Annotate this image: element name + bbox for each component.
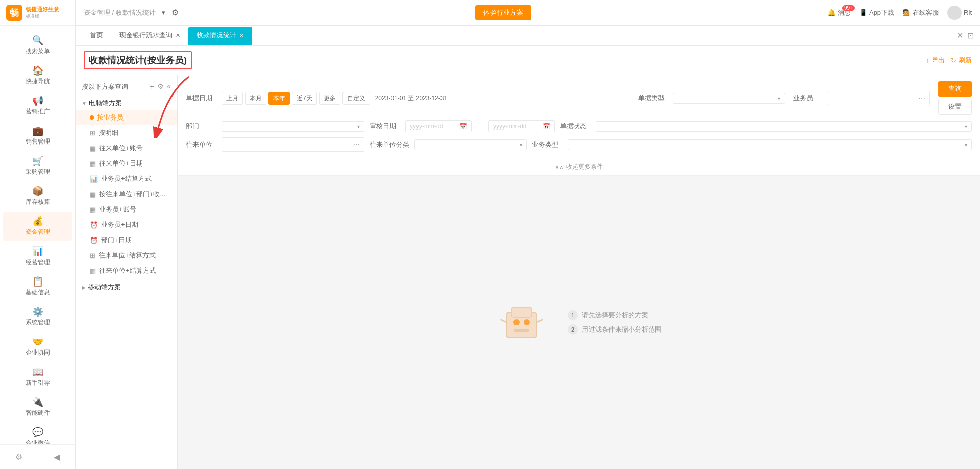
tab-bank-flow[interactable]: 现金银行流水查询 ✕ [111,27,188,45]
trial-button[interactable]: 体验行业方案 [475,5,531,20]
biz-type-select[interactable]: ▾ [568,139,972,150]
header: 资金管理 / 收款情况统计 ▾ ⚙ 体验行业方案 🔔 99+ 消息 📱 App下… [76,0,980,26]
window-close-btn[interactable]: ✕ [957,31,963,40]
scheme-item-dept-date[interactable]: ⏰ 部门+日期 [76,232,177,248]
marketing-icon: 📢 [32,95,43,106]
query-button[interactable]: 查询 [938,81,972,97]
date-btn-last-month[interactable]: 上月 [222,92,243,105]
scheme-item-salesman-account[interactable]: ▦ 业务员+账号 [76,202,177,217]
salesman-select[interactable]: ··· [828,91,930,105]
refresh-btn[interactable]: ↻ 刷新 [951,56,972,65]
sidebar-item-purchase[interactable]: 🛒 采购管理 [3,151,72,180]
doc-type-label: 单据类型 [638,93,669,103]
date-btn-custom[interactable]: 自定义 [342,92,370,105]
sidebar-item-wechat[interactable]: 💬 企业微信 [3,423,72,444]
header-settings-icon[interactable]: ⚙ [172,8,179,17]
tab-bank-flow-close[interactable]: ✕ [176,32,180,39]
export-btn[interactable]: ↑ 导出 [926,56,945,65]
review-date-from[interactable]: yyyy-mm-dd 📅 [405,120,472,132]
date-separator: — [477,123,483,130]
doc-status-select[interactable]: ▾ [596,121,972,132]
table-icon2: ▦ [90,160,96,168]
tab-home[interactable]: 首页 [82,27,111,45]
sidebar-label-purchase: 采购管理 [26,168,50,176]
sidebar-item-system[interactable]: ⚙️ 系统管理 [3,302,72,331]
breadcrumb-dropdown[interactable]: ▾ [162,9,165,16]
date-btn-last7[interactable]: 近7天 [292,92,317,105]
basic-icon: 📋 [32,276,43,287]
user-name-area[interactable]: Rit [947,6,972,20]
content-area: 收款情况统计(按业务员) ↑ 导出 ↻ 刷新 按以下方案查询 [76,46,980,469]
sidebar-item-marketing[interactable]: 📢 营销推广 [3,91,72,120]
online-service-btn[interactable]: 💁 在线客服 [902,8,939,17]
date-btn-more[interactable]: 更多 [319,92,340,105]
sidebar-item-guide[interactable]: 📖 新手引导 [3,362,72,391]
empty-tip-2: 2 用过滤条件来缩小分析范围 [568,324,662,335]
table-icon5: ▦ [90,267,96,275]
sidebar-item-smarthw[interactable]: 🔌 智能硬件 [3,392,72,421]
tab-receipt-stats-close[interactable]: ✕ [239,32,244,39]
sidebar-item-inventory[interactable]: 📦 库存核算 [3,181,72,210]
panel-collapse-btn[interactable]: « [167,82,171,91]
scheme-item-label: 业务员+账号 [99,205,136,214]
sidebar-item-basic[interactable]: 📋 基础信息 [3,272,72,301]
collapse-bar[interactable]: ∧∧ 收起更多条件 [178,158,980,176]
sidebar-item-quicknav[interactable]: 🏠 快捷导航 [3,61,72,90]
notification-badge: 99+ [842,5,855,11]
scheme-item-unit-date[interactable]: ▦ 往来单位+日期 [76,156,177,171]
window-maximize-btn[interactable]: ⊡ [967,31,974,40]
date-btn-this-month[interactable]: 本月 [245,92,266,105]
header-left: 资金管理 / 收款情况统计 ▾ ⚙ [84,8,179,17]
sidebar-label-inventory: 库存核算 [26,198,50,206]
header-center: 体验行业方案 [475,5,531,20]
partner-dots[interactable]: ··· [353,140,360,149]
settings-button[interactable]: 设置 [938,99,972,115]
desktop-group-title[interactable]: ▼ 电脑端方案 [76,97,177,110]
dept-select[interactable]: ▾ [222,121,364,132]
sidebar-label-guide: 新手引导 [26,379,50,387]
sidebar-item-operation[interactable]: 📊 经营管理 [3,242,72,271]
app-download-btn[interactable]: 📱 App下载 [859,8,894,17]
table-icon4: ▦ [90,206,96,214]
tab-receipt-stats[interactable]: 收款情况统计 ✕ [188,27,252,45]
empty-tip-1: 1 请先选择要分析的方案 [568,310,662,320]
biz-type-label: 业务类型 [532,140,562,149]
chart-icon: 📊 [90,175,98,183]
svg-line-6 [537,320,542,322]
desktop-scheme-group: ▼ 电脑端方案 按业务员 ⊞ 按明细 ▦ 往来单位+账号 [76,97,177,278]
sidebar-item-sales[interactable]: 💼 销售管理 [3,121,72,150]
svg-point-3 [524,319,530,325]
download-icon: 📱 [859,9,867,16]
sidebar-label-sales: 销售管理 [26,137,50,146]
scheme-item-mingxi[interactable]: ⊞ 按明细 [76,125,177,140]
guide-icon: 📖 [32,366,43,378]
scheme-item-label: 往来单位+结算方式 [99,266,156,275]
sidebar-item-finance[interactable]: 💰 资金管理 [3,212,72,241]
salesman-dots[interactable]: ··· [919,93,925,103]
sidebar-item-search[interactable]: 🔍 搜索菜单 [3,31,72,60]
sidebar-item-enterprise[interactable]: 🤝 企业协同 [3,332,72,361]
doc-type-select[interactable]: ▾ [673,93,785,104]
mobile-group-title[interactable]: ▶ 移动端方案 [76,280,177,294]
tip-text-2: 用过滤条件来缩小分析范围 [582,325,662,334]
sidebar-settings-btn[interactable]: ⚙ [12,449,26,465]
scheme-item-unit-calc1[interactable]: ⊞ 往来单位+结算方式 [76,248,177,263]
date-btn-this-year[interactable]: 本年 [268,92,290,105]
main-area: 资金管理 / 收款情况统计 ▾ ⚙ 体验行业方案 🔔 99+ 消息 📱 App下… [76,0,980,469]
add-scheme-btn[interactable]: + [150,82,154,91]
scheme-item-salesman-calc[interactable]: 📊 业务员+结算方式 [76,171,177,186]
review-date-to[interactable]: yyyy-mm-dd 📅 [488,120,555,132]
scheme-item-label: 业务员+结算方式 [101,174,152,183]
enterprise-icon: 🤝 [32,336,43,347]
sidebar-collapse-btn[interactable]: ◀ [51,449,63,465]
partner-category-select[interactable]: ▾ [414,139,527,150]
partner-input[interactable]: ··· [222,137,364,152]
scheme-item-unit-account[interactable]: ▦ 往来单位+账号 [76,140,177,156]
review-date-label: 审核日期 [370,122,400,131]
scheme-item-salesman-date[interactable]: ⏰ 业务员+日期 [76,217,177,232]
notification-area[interactable]: 🔔 99+ 消息 [827,8,851,17]
scheme-item-by-salesman[interactable]: 按业务员 [76,110,177,125]
scheme-item-unit-dept[interactable]: ▦ 按往来单位+部门+收... [76,186,177,202]
scheme-settings-btn[interactable]: ⚙ [157,82,164,91]
scheme-item-unit-calc2[interactable]: ▦ 往来单位+结算方式 [76,263,177,278]
